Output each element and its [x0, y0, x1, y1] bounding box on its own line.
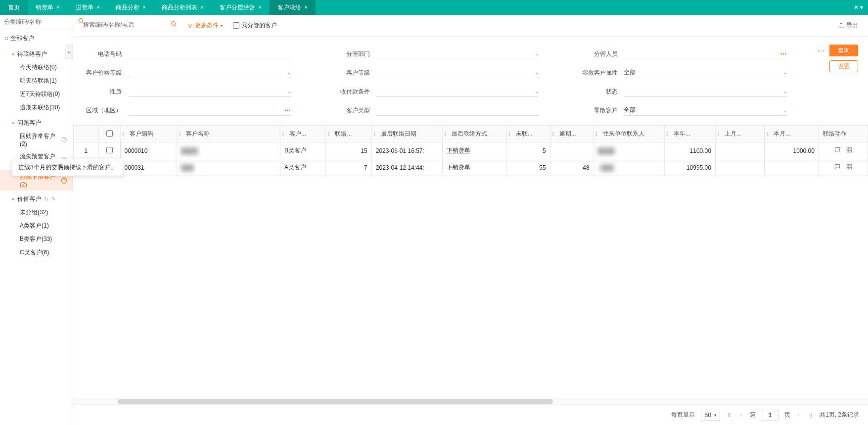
- filter-field-分管人员[interactable]: ⋯: [624, 48, 787, 59]
- sort-icon[interactable]: ▲▼: [281, 131, 285, 137]
- tree-item[interactable]: 明天待联络(1): [0, 74, 73, 88]
- tab-商品分析列表[interactable]: 商品分析列表×: [154, 0, 212, 15]
- column-header[interactable]: [98, 126, 120, 142]
- close-icon[interactable]: ×: [258, 4, 262, 11]
- sort-icon[interactable]: ▲▼: [373, 131, 376, 137]
- filter-field-区域（地区）[interactable]: ⋯: [128, 105, 291, 116]
- help-icon[interactable]: ?: [61, 178, 67, 184]
- select-all-checkbox[interactable]: [106, 130, 113, 137]
- tree-item[interactable]: C类客户(6): [0, 246, 73, 259]
- filter-field-性质[interactable]: ⌄: [128, 86, 291, 97]
- tree-item[interactable]: 回购异常客户(2)?: [0, 130, 73, 150]
- more-conditions-toggle[interactable]: 更多条件 ▾: [187, 21, 223, 30]
- query-button[interactable]: 查询: [829, 45, 858, 56]
- chat-icon[interactable]: [834, 163, 841, 172]
- filter-field-客户价格等级[interactable]: ⌄: [128, 67, 291, 78]
- filter-field-收付款条件[interactable]: ⌄: [376, 86, 539, 97]
- sort-icon[interactable]: ▲▼: [766, 131, 769, 137]
- filter-field-电话号码[interactable]: [128, 48, 291, 59]
- search-icon[interactable]: [171, 21, 177, 29]
- close-icon[interactable]: ×: [200, 4, 204, 11]
- column-header[interactable]: ▲▼上月...: [715, 126, 764, 142]
- filter-field-分管部门[interactable]: ⌄: [376, 48, 539, 59]
- scrollbar-thumb[interactable]: [118, 399, 553, 404]
- main-search-input[interactable]: [83, 21, 171, 28]
- page-last-icon[interactable]: ›|: [807, 412, 814, 419]
- sort-icon[interactable]: ▲▼: [122, 131, 125, 137]
- column-header[interactable]: 联络动作: [819, 126, 868, 142]
- filter-more-icon[interactable]: ⋯: [817, 46, 825, 55]
- chat-icon[interactable]: [834, 146, 841, 155]
- more-icon[interactable]: ⋯: [284, 107, 291, 114]
- my-customers-checkbox[interactable]: 我分管的客户: [233, 21, 277, 30]
- column-header[interactable]: ▲▼逾期...: [550, 126, 594, 142]
- sort-icon[interactable]: ▲▼: [551, 131, 555, 137]
- sort-icon[interactable]: ▲▼: [717, 131, 720, 137]
- grid-icon[interactable]: [846, 163, 853, 172]
- grid-icon[interactable]: [846, 146, 853, 155]
- column-header[interactable]: ▲▼最后联络日期: [371, 126, 442, 142]
- column-header[interactable]: ▲▼客户名称: [177, 126, 280, 142]
- search-icon[interactable]: [78, 18, 85, 26]
- sidebar-collapse-icon[interactable]: «: [65, 45, 73, 59]
- tab-客户联络[interactable]: 客户联络×: [270, 0, 316, 15]
- tree-item[interactable]: 逾期未联络(30): [0, 101, 73, 114]
- tree-section-问题客户[interactable]: ▼问题客户: [0, 116, 73, 130]
- tree-item[interactable]: 近7天待联络(0): [0, 88, 73, 101]
- tree-section-待联络客户[interactable]: ▼待联络客户: [0, 47, 73, 61]
- chevron-down-icon[interactable]: ⌄: [535, 70, 539, 75]
- close-icon[interactable]: ×: [142, 4, 146, 11]
- column-header[interactable]: ▲▼客户...: [280, 126, 325, 142]
- more-icon[interactable]: ⋯: [780, 50, 787, 57]
- filter-field-状态[interactable]: ⌄: [624, 86, 787, 97]
- sort-icon[interactable]: ▲▼: [444, 131, 447, 137]
- tabs-close-all-icon[interactable]: ✕ ▾: [849, 0, 868, 15]
- chevron-down-icon[interactable]: ⌄: [783, 89, 787, 94]
- tab-销货单[interactable]: 销货单×: [28, 0, 68, 15]
- sort-icon[interactable]: ▲▼: [178, 131, 182, 137]
- last-contact-link[interactable]: 下销货单: [447, 147, 470, 154]
- tree-root[interactable]: ∷ 全部客户: [0, 31, 73, 46]
- sidebar-search-input[interactable]: [4, 18, 78, 25]
- chevron-down-icon[interactable]: ⌄: [535, 51, 539, 56]
- close-icon[interactable]: ×: [56, 4, 60, 11]
- sort-icon[interactable]: ▲▼: [666, 131, 669, 137]
- filter-field-零散客户属性[interactable]: 全部⌄: [624, 67, 787, 78]
- column-header[interactable]: [74, 126, 99, 142]
- tab-首页[interactable]: 首页: [0, 0, 28, 15]
- column-header[interactable]: ▲▼本月...: [764, 126, 819, 142]
- settings-button[interactable]: 设置: [829, 60, 858, 72]
- chevron-down-icon[interactable]: ⌄: [535, 89, 539, 94]
- tab-商品分析[interactable]: 商品分析×: [108, 0, 154, 15]
- tree-section-价值客户[interactable]: ▼价值客户↻✎: [0, 192, 73, 206]
- sort-icon[interactable]: ▲▼: [595, 131, 598, 137]
- filter-field-零散客户[interactable]: 全部⌄: [624, 105, 787, 116]
- chevron-down-icon[interactable]: ⌄: [783, 107, 787, 113]
- tab-进货单[interactable]: 进货单×: [68, 0, 108, 15]
- filter-field-客户类型[interactable]: [376, 105, 539, 116]
- tree-item[interactable]: 未分组(32): [0, 206, 73, 219]
- close-icon[interactable]: ×: [96, 4, 100, 11]
- row-checkbox[interactable]: [106, 147, 113, 153]
- per-page-select[interactable]: 50 ▾: [701, 410, 720, 421]
- column-header[interactable]: ▲▼未联...: [506, 126, 550, 142]
- close-icon[interactable]: ×: [304, 4, 308, 11]
- last-contact-link[interactable]: 下销货单: [447, 164, 470, 171]
- chevron-down-icon[interactable]: ⌄: [783, 70, 787, 75]
- page-next-icon[interactable]: ›: [796, 412, 801, 419]
- page-number-input[interactable]: [762, 410, 778, 421]
- page-first-icon[interactable]: K: [726, 412, 733, 419]
- export-button[interactable]: 导出: [838, 21, 858, 30]
- tab-客户分层经营[interactable]: 客户分层经营×: [212, 0, 270, 15]
- sort-icon[interactable]: ▲▼: [508, 131, 511, 137]
- tree-item[interactable]: A类客户(1): [0, 219, 73, 233]
- column-header[interactable]: ▲▼最后联络方式: [442, 126, 506, 142]
- table-row[interactable]: 10000010████B类客户152023-06-01 16:57:下销货单5…: [74, 142, 868, 159]
- column-header[interactable]: ▲▼客户编码: [120, 126, 177, 142]
- filter-field-客户等级[interactable]: ⌄: [376, 67, 539, 78]
- help-icon[interactable]: ?: [61, 137, 67, 143]
- table-row[interactable]: 2000031███A类客户72023-04-12 14:44:下销货单5548…: [74, 159, 868, 176]
- column-header[interactable]: ▲▼联络...: [326, 126, 371, 142]
- refresh-icon[interactable]: ↻: [44, 196, 48, 202]
- sort-icon[interactable]: ▲▼: [327, 131, 330, 137]
